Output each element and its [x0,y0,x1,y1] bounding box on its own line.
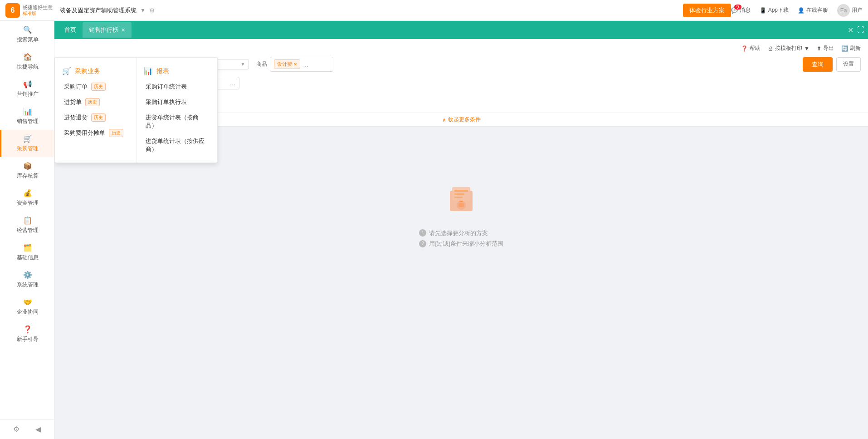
cooperation-icon: 🤝 [23,298,32,306]
empty-illustration [439,177,484,222]
query-buttons: 查询 设置 [803,57,861,72]
settings-bottom-icon[interactable]: ⚙ [13,425,20,434]
sidebar-item-system[interactable]: ⚙️ 系统管理 [0,266,54,293]
top-header: 6 畅捷通好生意 标准版 装备及固定资产辅助管理系统 ▼ ⚙ 体验行业方案 💬 … [0,0,868,21]
filter-actions: ❓ 帮助 🖨 按模板打印 ▼ ⬆ 导出 🔄 [741,44,861,52]
dropdown-item-stock-in[interactable]: 进货单 历史 [55,94,136,110]
history-tag-1: 历史 [85,98,100,106]
sidebar-item-inventory[interactable]: 📦 库存核算 [0,157,54,184]
toolbar-row: ❓ 帮助 🖨 按模板打印 ▼ ⬆ 导出 🔄 [62,44,861,52]
sidebar-item-search[interactable]: 🔍 搜索菜单 [0,21,54,48]
tip1-num: 1 [419,229,426,237]
sidebar-item-marketing[interactable]: 📢 营销推广 [0,75,54,103]
dropdown-arrow-icon[interactable]: ▼ [140,7,146,14]
system-icon: ⚙️ [23,271,32,279]
collapse-sidebar-icon[interactable]: ◀ [35,425,41,434]
operations-icon: 📋 [23,216,32,225]
logo-area: 6 畅捷通好生意 标准版 [5,3,60,18]
salesman-dots-icon[interactable]: ... [230,79,235,87]
phone-icon: 📱 [760,7,766,14]
goods-tag-close-icon[interactable]: ✕ [293,62,297,67]
gear-icon[interactable]: ⚙ [149,7,155,14]
export-icon: ⬆ [817,45,821,52]
sidebar-item-purchase[interactable]: 🛒 采购管理 [0,130,54,157]
user-action[interactable]: Ea 用户 [837,4,863,17]
dropdown-item-order-exec[interactable]: 采购订单执行表 [137,94,218,110]
export-button[interactable]: ⬆ 导出 [817,44,834,52]
goods-tag: 设计费 ✕ [274,59,300,69]
svg-rect-4 [454,197,463,198]
refresh-button[interactable]: 🔄 刷新 [841,44,861,52]
tab-expand-icon[interactable]: ⛶ [857,26,864,34]
history-tag-0: 历史 [91,83,106,91]
print-icon: 🖨 [768,45,773,52]
print-button[interactable]: 🖨 按模板打印 ▼ [768,44,809,52]
logo-icon: 6 [5,3,20,18]
tip2-num: 2 [419,240,426,247]
industry-button[interactable]: 体验行业方案 [683,4,731,17]
collapse-button[interactable]: ∧ 收起更多条件 [442,116,481,123]
tab-home[interactable]: 首页 [58,22,83,38]
refresh-icon: 🔄 [841,45,848,52]
dropdown-item-purchase-order[interactable]: 采购订单 历史 [55,79,136,94]
sidebar-bottom: ⚙ ◀ [0,419,54,439]
home-icon: 🏠 [23,53,32,61]
dropdown-purchase-col: 🛒 采购业务 采购订单 历史 进货单 历史 进货退货 历史 [55,58,137,163]
content-area: 首页 销售排行榜 ✕ ✕ ⛶ ❓ 帮助 [54,21,868,439]
tab-sales-rank[interactable]: 销售排行榜 ✕ [83,22,132,38]
dropdown-item-stock-stat-goods[interactable]: 进货单统计表（按商品） [137,110,218,133]
dropdown-item-stock-return[interactable]: 进货退货 历史 [55,110,136,125]
dropdown-menu: 🛒 采购业务 采购订单 历史 进货单 历史 进货退货 历史 [54,57,218,163]
message-badge: 9 [734,5,741,10]
sidebar-item-operations[interactable]: 📋 经营管理 [0,212,54,239]
service-icon: 👤 [798,7,805,14]
goods-dots-icon[interactable]: ... [303,61,308,68]
search-icon: 🔍 [23,25,32,34]
page-content: ❓ 帮助 🖨 按模板打印 ▼ ⬆ 导出 🔄 [54,39,868,439]
sidebar-item-cooperation[interactable]: 🤝 企业协同 [0,293,54,321]
report-menu-icon: 📊 [144,67,153,75]
query-button[interactable]: 查询 [803,57,833,72]
purchase-icon: 🛒 [23,134,32,143]
doc-status-chevron-icon: ▼ [240,62,245,67]
help-button[interactable]: ❓ 帮助 [741,44,761,52]
system-title-area: 装备及固定资产辅助管理系统 ▼ ⚙ [60,6,683,15]
dropdown-item-order-stat[interactable]: 采购订单统计表 [137,79,218,94]
system-title: 装备及固定资产辅助管理系统 [60,6,137,15]
online-service-action[interactable]: 👤 在线客服 [798,6,828,14]
tab-close-icon[interactable]: ✕ [121,27,125,33]
set-button[interactable]: 设置 [836,57,861,72]
svg-rect-2 [454,190,468,192]
svg-rect-6 [458,203,464,207]
goods-select[interactable]: 设计费 ✕ ... [270,57,333,72]
tab-bar: 首页 销售排行榜 ✕ ✕ ⛶ [54,21,868,39]
purchase-menu-icon: 🛒 [62,67,71,75]
dropdown-item-expense[interactable]: 采购费用分摊单 历史 [55,125,136,141]
empty-tips: 1 请先选择要分析的方案 2 用[过滤]条件来缩小分析范围 [419,228,503,249]
main-layout: 🔍 搜索菜单 🏠 快捷导航 📢 营销推广 📊 销售管理 🛒 采购管理 📦 库存核… [0,21,868,439]
basic-info-icon: 🗂️ [23,243,32,252]
finance-icon: 💰 [23,189,32,197]
sidebar-item-finance[interactable]: 💰 资金管理 [0,184,54,212]
print-arrow-icon: ▼ [804,45,809,52]
app-download-action[interactable]: 📱 App下载 [760,6,789,14]
dropdown-item-stock-stat-supplier[interactable]: 进货单统计表（按供应商） [137,133,218,157]
sidebar-item-sales[interactable]: 📊 销售管理 [0,103,54,130]
logo-text: 畅捷通好生意 标准版 [23,4,53,16]
tab-close-all-icon[interactable]: ✕ [848,26,853,35]
history-tag-2: 历史 [91,113,106,122]
message-action[interactable]: 💬 9 消息 [731,6,751,14]
message-icon: 💬 9 [731,7,738,14]
dropdown-purchase-header: 🛒 采购业务 [55,63,136,79]
dropdown-report-header: 📊 报表 [137,63,218,79]
guide-icon: ❓ [23,325,32,334]
marketing-icon: 📢 [23,80,32,89]
help-icon: ❓ [741,45,748,52]
sidebar-item-guide[interactable]: ❓ 新手引导 [0,321,54,348]
avatar: Ea [837,4,850,17]
sidebar-item-quick-nav[interactable]: 🏠 快捷导航 [0,48,54,75]
header-right: 💬 9 消息 📱 App下载 👤 在线客服 Ea 用户 [731,4,863,17]
sidebar: 🔍 搜索菜单 🏠 快捷导航 📢 营销推广 📊 销售管理 🛒 采购管理 📦 库存核… [0,21,54,439]
sales-icon: 📊 [23,107,32,116]
sidebar-item-basic-info[interactable]: 🗂️ 基础信息 [0,239,54,266]
